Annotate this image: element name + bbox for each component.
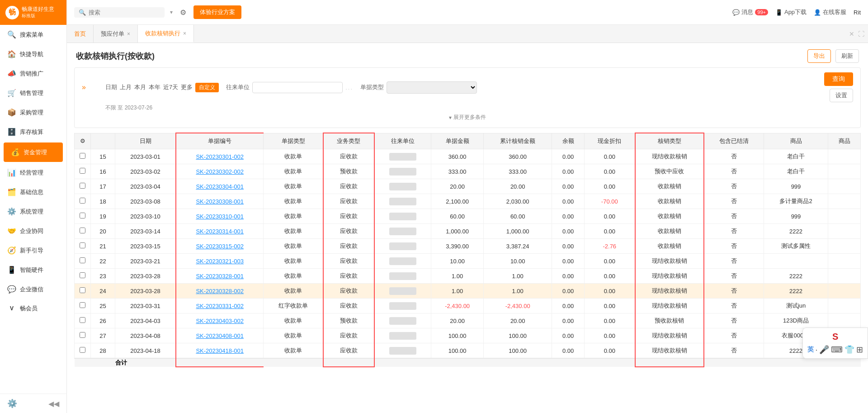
cell-checkbox[interactable] (75, 224, 91, 239)
collapse-icon[interactable]: ◀◀ (48, 399, 59, 408)
cell-goods2 (828, 179, 861, 194)
expand-more-conditions[interactable]: ▾ 展开更多条件 (82, 112, 853, 123)
sidebar-item-quicknav[interactable]: 🏠 快捷导航 (0, 44, 66, 64)
bill-no-link[interactable]: SK-20230304-001 (196, 183, 244, 190)
tab-expand-icon[interactable]: ⛶ (858, 30, 864, 38)
more-link[interactable]: 更多 (181, 83, 193, 91)
sidebar-item-system[interactable]: ⚙️ 系统管理 (0, 202, 66, 221)
custom-date-button[interactable]: 自定义 (195, 83, 219, 92)
sidebar-item-finance[interactable]: 💰 资金管理 (4, 142, 63, 162)
sidebar-item-member[interactable]: V 畅会员 (0, 299, 66, 318)
partner-dots[interactable]: ... (345, 84, 353, 91)
tab-receivable[interactable]: 收款核销执行 × (138, 25, 194, 43)
sidebar-item-marketing[interactable]: 📣 营销推广 (0, 64, 66, 83)
col-settings-header[interactable]: ⚙ (75, 133, 91, 149)
settings-gear-icon[interactable]: ⚙ (178, 6, 188, 19)
cell-checkbox[interactable] (75, 284, 91, 299)
cell-checkbox[interactable] (75, 269, 91, 284)
table-row: 27 2023-04-08 SK-20230408-001 收款单 应收款 10… (75, 328, 861, 343)
bill-no-link[interactable]: SK-20230310-001 (196, 213, 244, 220)
last7-link[interactable]: 近7天 (163, 83, 178, 91)
message-action[interactable]: 💬 消息 99+ (732, 8, 768, 16)
home-icon: 🏠 (7, 50, 16, 58)
filter-expand-toggle[interactable]: » (82, 83, 98, 91)
mic-icon[interactable]: 🎤 (819, 345, 829, 355)
cell-checkbox[interactable] (75, 194, 91, 209)
bill-no-link[interactable]: SK-20230314-001 (196, 228, 244, 235)
cell-checkbox[interactable] (75, 343, 91, 359)
bill-no-link[interactable]: SK-20230315-002 (196, 243, 244, 250)
cell-checkbox[interactable] (75, 328, 91, 343)
bill-no-link[interactable]: SK-20230301-002 (196, 153, 244, 160)
sidebar-item-wechat[interactable]: 💬 企业微信 (0, 280, 66, 299)
cell-goods2 (828, 299, 861, 313)
bill-no-link[interactable]: SK-20230418-001 (196, 347, 244, 354)
bill-no-link[interactable]: SK-20230331-002 (196, 303, 244, 309)
cell-checkbox[interactable] (75, 239, 91, 254)
sidebar-item-search[interactable]: 🔍 搜索菜单 (0, 25, 66, 44)
query-button[interactable]: 查询 (824, 72, 853, 86)
bill-no-link[interactable]: SK-20230403-002 (196, 318, 244, 324)
keyboard-icon[interactable]: ⌨ (831, 345, 843, 355)
online-service-action[interactable]: 👤 在线客服 (814, 8, 846, 16)
tshirt-icon[interactable]: 👕 (844, 345, 854, 355)
sidebar-item-basic[interactable]: 🗂️ 基础信息 (0, 182, 66, 202)
tab-payable-close-icon[interactable]: × (127, 31, 130, 37)
cell-billno: SK-20230301-002 (176, 149, 264, 164)
sidebar-item-inventory[interactable]: 🗄️ 库存核算 (0, 122, 66, 142)
tab-payable[interactable]: 预应付单 × (94, 25, 138, 43)
cell-checkbox[interactable] (75, 149, 91, 164)
table-footer-row: 合计 (75, 358, 861, 367)
last-month-link[interactable]: 上月 (120, 83, 132, 91)
sidebar-item-sales[interactable]: 🛒 销售管理 (0, 83, 66, 103)
cell-biztype: 应收款 (323, 269, 374, 284)
user-name[interactable]: Rit (854, 9, 861, 16)
cell-billno: SK-20230403-002 (176, 313, 264, 328)
refresh-button[interactable]: 刷新 (835, 49, 859, 63)
bill-no-link[interactable]: SK-20230408-001 (196, 332, 244, 339)
settings-footer-icon[interactable]: ⚙️ (7, 399, 17, 408)
dropdown-chevron-icon[interactable]: ▾ (170, 9, 173, 15)
sidebar-item-hardware[interactable]: 📱 智能硬件 (0, 260, 66, 280)
bill-type-select[interactable] (387, 81, 477, 94)
solution-button[interactable]: 体验行业方案 (193, 5, 241, 19)
this-month-link[interactable]: 本月 (134, 83, 146, 91)
search-input[interactable] (89, 9, 160, 16)
cell-partner (374, 284, 431, 299)
this-year-link[interactable]: 本年 (149, 83, 160, 91)
tab-home[interactable]: 首页 (67, 25, 94, 43)
bill-no-link[interactable]: SK-20230308-001 (196, 198, 244, 205)
sidebar-item-guide[interactable]: 🧭 新手引导 (0, 241, 66, 260)
english-icon[interactable]: 英 (807, 346, 814, 354)
bill-no-link[interactable]: SK-20230328-001 (196, 273, 244, 280)
bill-no-link[interactable]: SK-20230302-002 (196, 168, 244, 175)
cell-goods: 2222 (764, 284, 828, 299)
table-row: 20 2023-03-14 SK-20230314-001 收款单 应收款 1,… (75, 224, 861, 239)
grid-icon[interactable]: ⊞ (856, 345, 863, 355)
tab-close-all-icon[interactable]: ✕ (849, 30, 854, 38)
cell-checkbox[interactable] (75, 313, 91, 328)
cell-checkbox[interactable] (75, 254, 91, 269)
bill-no-link[interactable]: SK-20230328-002 (196, 288, 244, 294)
setting-button[interactable]: 设置 (830, 89, 853, 102)
wechat-icon: 💬 (7, 285, 16, 294)
cell-checkbox[interactable] (75, 299, 91, 313)
table-row: 19 2023-03-10 SK-20230310-001 收款单 应收款 60… (75, 209, 861, 224)
cell-partner (374, 179, 431, 194)
export-button[interactable]: 导出 (807, 49, 831, 63)
cell-checkbox[interactable] (75, 179, 91, 194)
tab-receivable-close-icon[interactable]: × (183, 30, 186, 37)
col-rownum-header (91, 133, 115, 149)
bill-no-link[interactable]: SK-20230321-003 (196, 258, 244, 265)
filter-bill-type-item: 单据类型 (360, 81, 477, 94)
sidebar-item-cooperation[interactable]: 🤝 企业协同 (0, 221, 66, 241)
app-download-action[interactable]: 📱 App下载 (775, 8, 807, 16)
partner-input[interactable] (252, 82, 343, 93)
sidebar-item-purchase[interactable]: 📦 采购管理 (0, 103, 66, 122)
cell-goods2 (828, 224, 861, 239)
cell-checkbox[interactable] (75, 209, 91, 224)
cell-checkbox[interactable] (75, 164, 91, 179)
sidebar-item-operations[interactable]: 📊 经营管理 (0, 163, 66, 182)
tabbar: 首页 预应付单 × 收款核销执行 × ✕ ⛶ (67, 25, 868, 43)
cell-rownum: 28 (91, 343, 115, 359)
